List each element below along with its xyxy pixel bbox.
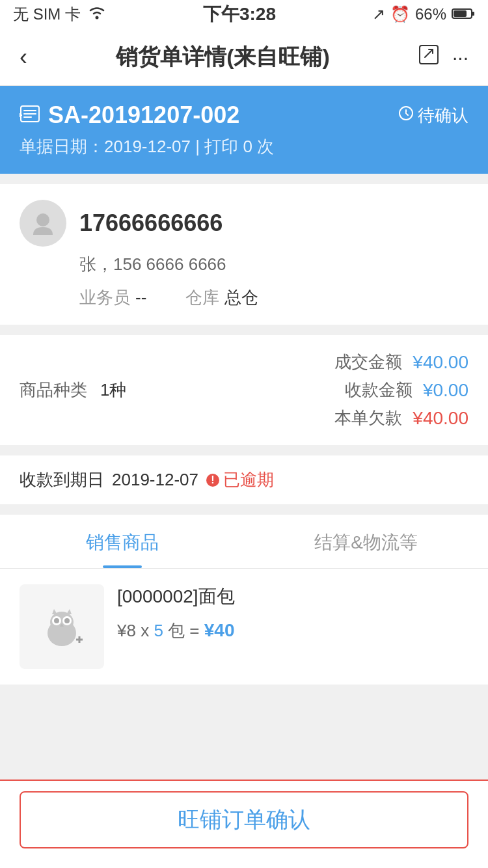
order-status: 待确认: [398, 104, 468, 127]
amount-details: 成交金额 ¥40.00 收款金额 ¥0.00 本单欠款 ¥40.00: [334, 351, 468, 429]
price-unit: ¥8: [117, 621, 136, 640]
svg-rect-2: [472, 12, 474, 16]
overdue-icon: !: [206, 474, 219, 487]
product-type: 商品种类 1种: [20, 379, 126, 401]
product-thumbnail: [20, 584, 104, 669]
salesperson-value: --: [135, 288, 146, 308]
customer-section: 17666666666 张，156 6666 6666 业务员 -- 仓库 总仓: [0, 184, 488, 325]
clock-icon: [398, 105, 414, 126]
svg-rect-4: [420, 46, 438, 64]
page-title: 销货单详情(来自旺铺): [116, 42, 330, 72]
transaction-amount: 成交金额 ¥40.00: [334, 351, 468, 373]
price-total: ¥40: [204, 620, 235, 640]
overdue-text: 已逾期: [223, 468, 274, 491]
tabs-row: 销售商品 结算&物流等: [0, 515, 488, 569]
alarm-icon: ⏰: [390, 5, 410, 23]
battery-icon: [452, 5, 475, 23]
bottom-bar: 旺铺订单确认: [0, 780, 488, 868]
product-section: [0000002]面包 ¥8 x 5 包 = ¥40: [0, 569, 488, 685]
due-date-value: 2019-12-07: [112, 470, 198, 490]
svg-point-0: [96, 16, 99, 20]
svg-marker-16: [66, 609, 72, 614]
order-header: SA-20191207-002 待确认 单据日期：2019-12-07 | 打印…: [0, 86, 488, 174]
salesperson-label: 业务员: [79, 286, 130, 309]
status-right: ↗ ⏰ 66%: [372, 5, 475, 23]
svg-point-12: [54, 618, 59, 623]
tabs-section: 销售商品 结算&物流等: [0, 515, 488, 685]
nav-bar: ‹ 销货单详情(来自旺铺) ···: [0, 29, 488, 86]
tab-settlement-logistics[interactable]: 结算&物流等: [244, 515, 488, 568]
nav-actions: ···: [418, 44, 468, 70]
confirm-button[interactable]: 旺铺订单确认: [20, 791, 468, 848]
received-amount: 收款金额 ¥0.00: [345, 379, 468, 401]
due-amount: 本单欠款 ¥40.00: [334, 407, 468, 429]
svg-point-7: [36, 213, 49, 226]
amount-section: 商品种类 1种 成交金额 ¥40.00 收款金额 ¥0.00 本单欠款 ¥40.…: [0, 335, 488, 445]
salesperson-info: 业务员 --: [79, 286, 146, 309]
customer-avatar: [20, 200, 66, 247]
product-item: [0000002]面包 ¥8 x 5 包 = ¥40: [20, 584, 468, 669]
order-id: SA-20191207-002: [20, 102, 239, 129]
order-date: 单据日期：2019-12-07 | 打印 0 次: [20, 135, 468, 158]
status-bar: 无 SIM 卡 下午3:28 ↗ ⏰ 66%: [0, 0, 488, 29]
sim-label: 无 SIM 卡: [13, 4, 81, 25]
status-time: 下午3:28: [203, 2, 276, 27]
customer-name: 张，156 6666 6666: [79, 253, 468, 276]
due-date-section: 收款到期日 2019-12-07 ! 已逾期: [0, 455, 488, 504]
tab-sales-products[interactable]: 销售商品: [0, 515, 244, 568]
customer-phone: 17666666666: [79, 210, 223, 237]
warehouse-label: 仓库: [185, 286, 219, 309]
location-icon: ↗: [372, 5, 385, 23]
product-price-row: ¥8 x 5 包 = ¥40: [117, 619, 468, 642]
due-date-label: 收款到期日: [20, 468, 104, 491]
product-info: [0000002]面包 ¥8 x 5 包 = ¥40: [117, 584, 468, 642]
price-qty: 5: [154, 621, 163, 640]
battery-label: 66%: [415, 5, 446, 23]
svg-rect-3: [454, 10, 467, 17]
share-icon[interactable]: [418, 44, 439, 70]
product-name: [0000002]面包: [117, 584, 468, 609]
overdue-badge: ! 已逾期: [206, 468, 274, 491]
warehouse-value: 总仓: [224, 286, 258, 309]
page-spacer: [0, 685, 488, 789]
order-icon: [20, 102, 40, 129]
product-type-value: 1种: [100, 379, 126, 401]
product-type-label: 商品种类: [20, 379, 87, 401]
back-button[interactable]: ‹: [20, 44, 27, 71]
svg-marker-15: [52, 609, 57, 614]
customer-meta: 业务员 -- 仓库 总仓: [79, 286, 468, 309]
more-icon[interactable]: ···: [452, 46, 468, 68]
status-left: 无 SIM 卡: [13, 4, 107, 25]
warehouse-info: 仓库 总仓: [185, 286, 258, 309]
svg-point-13: [64, 618, 70, 623]
wifi-icon: [87, 5, 107, 23]
